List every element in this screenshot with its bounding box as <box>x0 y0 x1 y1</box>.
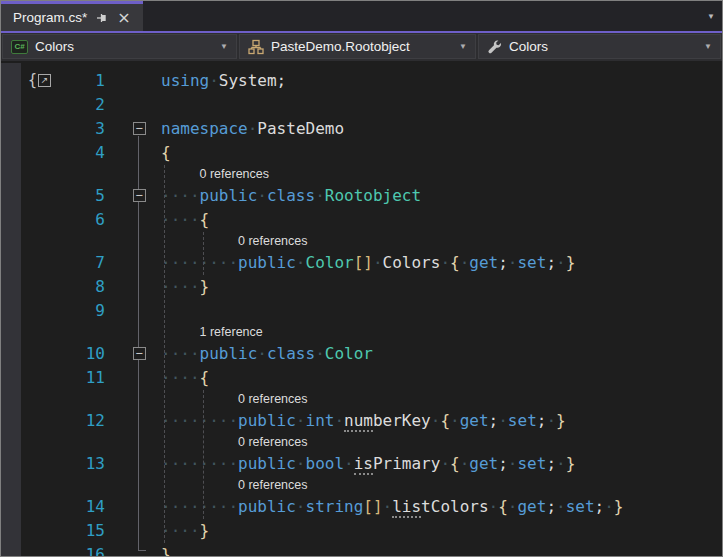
code-line[interactable]: 3namespace·PasteDemo <box>21 117 722 141</box>
code-line[interactable]: 9 <box>21 299 722 323</box>
line-number[interactable] <box>21 433 117 452</box>
codelens-references[interactable]: 0 references <box>238 433 307 452</box>
glyph-margin[interactable] <box>1 63 21 556</box>
whitespace-dots: · <box>296 454 306 473</box>
line-number[interactable]: 16 <box>21 543 117 556</box>
line-number[interactable]: 4 <box>21 141 117 165</box>
line-number[interactable]: 8 <box>21 275 117 299</box>
code-token: int <box>306 411 335 430</box>
project-dropdown-label: Colors <box>35 39 74 54</box>
code-line[interactable]: 12········public·int·numberKey·{·get;·se… <box>21 409 722 433</box>
whitespace-dots: ···· <box>161 344 200 363</box>
code-line[interactable]: 13········public·bool·isPrimary·{·get;·s… <box>21 452 722 476</box>
outlining-margin <box>117 543 161 556</box>
line-number[interactable] <box>21 165 117 184</box>
line-number[interactable]: 13 <box>21 452 117 476</box>
member-dropdown[interactable]: Colors <box>478 34 721 59</box>
whitespace-dots: ···· <box>161 521 200 540</box>
outlining-margin <box>117 117 161 141</box>
code-line[interactable]: 15····} <box>21 519 722 543</box>
whitespace-dots: · <box>556 253 566 272</box>
code-line[interactable]: 1using·System; <box>21 69 722 93</box>
whitespace-dots: · <box>383 497 393 516</box>
line-number[interactable]: 15 <box>21 519 117 543</box>
whitespace-dots: · <box>334 411 344 430</box>
line-number[interactable]: 10 <box>21 342 117 366</box>
line-number[interactable] <box>21 232 117 251</box>
whitespace-dots: · <box>450 411 460 430</box>
whitespace-dots: · <box>440 253 450 272</box>
code-line[interactable]: 10····public·class·Color <box>21 342 722 366</box>
line-number[interactable] <box>21 476 117 495</box>
line-number[interactable]: 2 <box>21 93 117 117</box>
code-token: ; <box>277 71 287 90</box>
code-token: set <box>566 497 595 516</box>
line-number[interactable]: 9 <box>21 299 117 323</box>
whitespace-dots: ···· <box>161 368 200 387</box>
outlining-margin <box>117 251 161 275</box>
code-token: } <box>200 521 210 540</box>
code-line[interactable]: 5····public·class·Rootobject <box>21 184 722 208</box>
pin-icon[interactable] <box>95 11 109 25</box>
outlining-margin <box>117 232 161 251</box>
codelens-references[interactable]: 0 references <box>238 232 307 251</box>
csharp-file-icon <box>11 40 28 54</box>
whitespace-dots: ········ <box>161 411 238 430</box>
editor-content[interactable]: 1using·System;23namespace·PasteDemo4{0 r… <box>21 63 722 556</box>
code-line[interactable]: 2 <box>21 93 722 117</box>
brace-hint-icon[interactable] <box>28 71 51 89</box>
code-token: is <box>354 454 373 475</box>
whitespace-dots: · <box>546 411 556 430</box>
whitespace-dots: · <box>257 186 267 205</box>
outlining-margin <box>117 390 161 409</box>
outlining-margin <box>117 323 161 342</box>
whitespace-dots: ···· <box>161 210 200 229</box>
code-token: public <box>238 253 296 272</box>
code-line[interactable]: 4{ <box>21 141 722 165</box>
codelens-row: 0 references <box>21 390 722 409</box>
whitespace-dots: · <box>248 119 258 138</box>
fold-collapse-box[interactable] <box>133 189 146 202</box>
code-line[interactable]: 6····{ <box>21 208 722 232</box>
code-line[interactable]: 14········public·string[]·listColors·{·g… <box>21 495 722 519</box>
project-dropdown[interactable]: Colors <box>2 34 237 59</box>
chevron-down-icon <box>459 42 467 51</box>
code-token: using <box>161 71 209 90</box>
tab-list-dropdown-icon[interactable] <box>707 12 715 21</box>
code-token: Primary <box>373 454 440 473</box>
whitespace-dots: · <box>431 411 441 430</box>
code-line[interactable]: 7········public·Color[]·Colors·{·get;·se… <box>21 251 722 275</box>
codelens-references[interactable]: 0 references <box>200 165 269 184</box>
type-dropdown[interactable]: PasteDemo.Rootobject <box>239 34 476 59</box>
code-token: ; <box>546 253 556 272</box>
whitespace-dots: · <box>556 454 566 473</box>
line-number[interactable]: 5 <box>21 184 117 208</box>
line-number[interactable]: 7 <box>21 251 117 275</box>
line-number[interactable]: 6 <box>21 208 117 232</box>
code-token: ; <box>546 497 556 516</box>
line-number[interactable]: 14 <box>21 495 117 519</box>
codelens-references[interactable]: 0 references <box>238 390 307 409</box>
line-number[interactable]: 11 <box>21 366 117 390</box>
whitespace-dots: · <box>257 344 267 363</box>
tab-program-cs[interactable]: Program.cs* <box>1 1 143 31</box>
outlining-margin <box>117 476 161 495</box>
code-line[interactable]: 16} <box>21 543 722 556</box>
whitespace-dots: ···· <box>161 277 200 296</box>
code-token: lis <box>392 497 421 518</box>
codelens-references[interactable]: 1 reference <box>200 323 263 342</box>
code-line[interactable]: 8····} <box>21 275 722 299</box>
code-token: [] <box>363 497 382 516</box>
fold-collapse-box[interactable] <box>133 122 146 135</box>
line-number[interactable]: 12 <box>21 409 117 433</box>
code-line[interactable]: 11····{ <box>21 366 722 390</box>
line-number[interactable] <box>21 323 117 342</box>
codelens-references[interactable]: 0 references <box>238 476 307 495</box>
code-token: { <box>200 210 210 229</box>
line-number[interactable] <box>21 390 117 409</box>
code-token: Colors <box>383 253 441 272</box>
fold-collapse-box[interactable] <box>133 347 146 360</box>
whitespace-dots: · <box>460 454 470 473</box>
line-number[interactable]: 3 <box>21 117 117 141</box>
close-icon[interactable] <box>117 11 130 25</box>
